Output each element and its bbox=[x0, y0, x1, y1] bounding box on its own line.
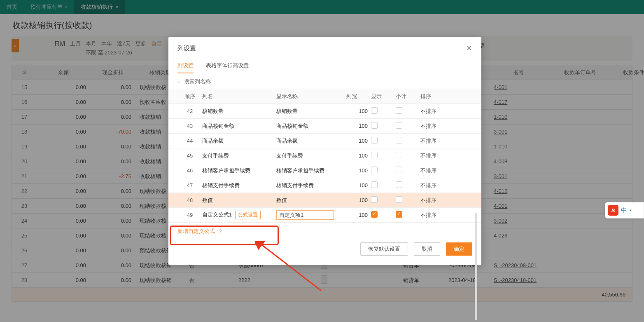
subtotal-checkbox[interactable] bbox=[396, 152, 402, 158]
show-checkbox[interactable] bbox=[371, 137, 378, 143]
show-checkbox[interactable] bbox=[371, 167, 378, 173]
sort-select[interactable]: 不排序 bbox=[420, 108, 453, 115]
modal-tabs: 列设置 表格字体行高设置 bbox=[168, 62, 481, 76]
column-config-row[interactable]: 44商品余额商品余额100不排序 bbox=[168, 134, 481, 148]
column-config-row[interactable]: 45支付手续费支付手续费100不排序 bbox=[168, 148, 481, 163]
sort-select[interactable]: 不排序 bbox=[420, 137, 453, 145]
formula-settings-button[interactable]: 公式设置 bbox=[235, 211, 261, 219]
col-width: 列宽 bbox=[346, 93, 371, 100]
col-ord: 顺序 bbox=[177, 93, 202, 100]
column-config-row[interactable]: 48数值数值100不排序 bbox=[168, 193, 481, 208]
sort-select[interactable]: 不排序 bbox=[420, 197, 453, 204]
ok-button[interactable]: 确定 bbox=[446, 242, 472, 256]
subtotal-checkbox[interactable] bbox=[396, 181, 402, 188]
column-config-row[interactable]: 42核销数量核销数量100不排序 bbox=[168, 104, 481, 119]
show-checkbox[interactable] bbox=[371, 196, 378, 203]
modal-title: 列设置 bbox=[177, 45, 196, 52]
reset-defaults-button[interactable]: 恢复默认设置 bbox=[360, 242, 408, 256]
subtotal-checkbox[interactable] bbox=[396, 122, 402, 129]
column-config-row[interactable]: 46核销客户承担手续费核销客户承担手续费100不排序 bbox=[168, 163, 481, 178]
col-sort: 排序 bbox=[420, 93, 453, 100]
column-settings-modal: 列设置 ✕ 列设置 表格字体行高设置 ⌕ 顺序 列名 显示名称 列宽 显示 小计… bbox=[168, 37, 481, 265]
sort-select[interactable]: 不排序 bbox=[420, 167, 453, 174]
subtotal-checkbox[interactable] bbox=[396, 167, 402, 173]
show-checkbox[interactable] bbox=[371, 181, 378, 188]
ime-indicator[interactable]: S 中 • bbox=[605, 202, 644, 219]
add-custom-formula-link[interactable]: 新增自定义公式 bbox=[177, 228, 215, 234]
cancel-button[interactable]: 取消 bbox=[414, 242, 440, 256]
close-icon[interactable]: ✕ bbox=[466, 44, 472, 53]
col-display-name: 显示名称 bbox=[276, 93, 346, 100]
subtotal-checkbox[interactable] bbox=[396, 107, 402, 114]
show-checkbox[interactable] bbox=[371, 211, 378, 218]
show-checkbox[interactable] bbox=[371, 122, 378, 129]
tab-column-settings[interactable]: 列设置 bbox=[177, 62, 194, 73]
subtotal-checkbox[interactable] bbox=[396, 211, 402, 218]
ime-mode-label: 中 bbox=[621, 207, 627, 214]
ime-status-icon: • bbox=[630, 207, 632, 214]
sort-select[interactable]: 不排序 bbox=[420, 152, 453, 160]
display-name-input[interactable] bbox=[276, 210, 334, 220]
col-show: 显示 bbox=[371, 93, 396, 100]
subtotal-checkbox[interactable] bbox=[396, 196, 402, 203]
tab-font-rowheight[interactable]: 表格字体行高设置 bbox=[206, 62, 249, 73]
column-config-row[interactable]: 49自定义公式1公式设置100不排序 bbox=[168, 208, 481, 223]
column-config-row[interactable]: 43商品核销金额商品核销金额100不排序 bbox=[168, 119, 481, 134]
subtotal-checkbox[interactable] bbox=[396, 137, 402, 143]
col-name: 列名 bbox=[202, 93, 276, 100]
cols-header-row: 顺序 列名 显示名称 列宽 显示 小计 排序 bbox=[168, 89, 481, 104]
help-icon[interactable]: ? bbox=[219, 228, 222, 234]
search-icon: ⌕ bbox=[177, 78, 181, 85]
sort-select[interactable]: 不排序 bbox=[420, 182, 453, 189]
col-subtotal: 小计 bbox=[396, 93, 420, 100]
column-config-row[interactable]: 47核销支付手续费核销支付手续费100不排序 bbox=[168, 178, 481, 193]
scrollbar[interactable] bbox=[475, 213, 477, 320]
show-checkbox[interactable] bbox=[371, 152, 378, 158]
search-column-input[interactable] bbox=[184, 78, 308, 85]
show-checkbox[interactable] bbox=[371, 107, 378, 114]
sogou-logo-icon: S bbox=[608, 205, 618, 216]
sort-select[interactable]: 不排序 bbox=[420, 122, 453, 130]
sort-select[interactable]: 不排序 bbox=[420, 212, 453, 219]
